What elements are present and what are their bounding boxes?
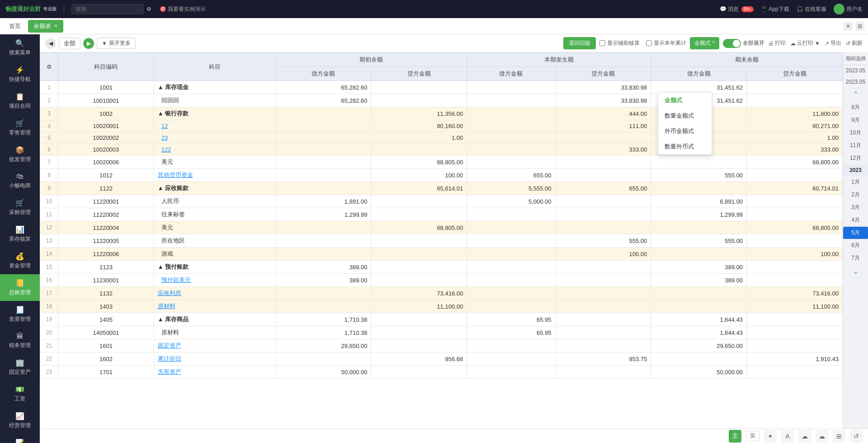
sidebar-item-salary[interactable]: 💵 工资 xyxy=(0,381,40,407)
status-btn-star[interactable]: ✦ xyxy=(764,430,777,443)
sidebar-item-purchase[interactable]: 🛒 采购管理 xyxy=(0,194,40,221)
dropdown-item-qty-amount[interactable]: 数量金额式 xyxy=(658,108,712,124)
sidebar-item-ecommerce[interactable]: 🛍 小畅电商 xyxy=(0,168,40,194)
notification-btn[interactable]: 💬 消息 99+ xyxy=(720,5,754,13)
row-num-cell: 15 xyxy=(40,261,58,274)
dropdown-item-foreign-amount[interactable]: 外币金额式 xyxy=(658,124,712,139)
sidebar-item-retail[interactable]: 🛒 零售管理 xyxy=(0,114,40,141)
subject-cell[interactable]: 无形资产 xyxy=(154,366,275,379)
date-9[interactable]: 9月 xyxy=(843,114,868,127)
subject-cell[interactable]: 预付款美元 xyxy=(154,274,275,287)
opening-col-header: 期初余额 xyxy=(275,53,467,67)
op_debit-cell: 65,282.60 xyxy=(275,81,371,94)
cl_debit-cell: 555.00 xyxy=(651,169,747,182)
date-11[interactable]: 11月 xyxy=(843,139,868,152)
date-6[interactable]: 6月 xyxy=(843,239,868,252)
cur_debit-cell xyxy=(467,300,555,313)
sidebar-item-tax[interactable]: 🏛 税务管理 xyxy=(0,328,40,354)
nav-next-btn[interactable]: ▶ xyxy=(83,38,94,49)
subject-cell[interactable]: 其他货币资金 xyxy=(154,169,275,182)
status-btn-edit[interactable]: A xyxy=(781,430,794,443)
settings-col-header[interactable]: ⚙ xyxy=(40,53,58,81)
nav-prev-btn[interactable]: ◀ xyxy=(45,38,56,49)
app-download-btn[interactable]: 📱 App下载 xyxy=(761,5,789,13)
sidebar-item-wholesale[interactable]: 📦 批发管理 xyxy=(0,141,40,168)
language-btn[interactable]: 英 xyxy=(746,431,760,441)
code-cell: 10020002 xyxy=(58,132,154,144)
date-4[interactable]: 4月 xyxy=(843,214,868,227)
tab-close-btn[interactable]: ✕ xyxy=(844,22,853,31)
sidebar-item-project[interactable]: 📋 项目合同 xyxy=(0,88,40,114)
date-up-arrow[interactable]: ⌃ xyxy=(843,88,868,101)
status-btn-grid[interactable]: ⊞ xyxy=(833,430,845,443)
export-btn[interactable]: ↗ 导出 xyxy=(825,39,841,47)
cl_credit-cell xyxy=(747,208,843,221)
date-2023-05-end[interactable]: 2023.05 xyxy=(843,76,868,88)
subject-cell[interactable]: 原材料 xyxy=(154,300,275,313)
print-btn[interactable]: 🖨 打印 xyxy=(768,39,786,47)
cloud-print-btn[interactable]: ☁ 云打印 ▼ xyxy=(790,39,820,47)
show-assist-check[interactable]: 显示辅助核算 xyxy=(599,39,640,47)
op_credit-cell xyxy=(371,81,467,94)
tab-home[interactable]: 首页 xyxy=(4,20,26,33)
date-12[interactable]: 12月 xyxy=(843,152,868,165)
status-btn-cloud1[interactable]: ☁ xyxy=(798,430,811,443)
code-cell: 1001 xyxy=(58,81,154,94)
date-3[interactable]: 3月 xyxy=(843,201,868,214)
user-avatar[interactable]: 用户名 xyxy=(834,4,863,14)
cl_credit-cell xyxy=(747,366,843,379)
sidebar-item-invoice[interactable]: 🧾 发票管理 xyxy=(0,301,40,328)
cur_credit-cell xyxy=(555,313,651,326)
subject-cell[interactable]: 固定资产 xyxy=(154,339,275,352)
dropdown-item-qty-foreign[interactable]: 数量外币式 xyxy=(658,139,712,154)
date-year-2023[interactable]: 2023 xyxy=(843,165,868,176)
sidebar-item-expenses[interactable]: 📝 小畅报销 xyxy=(0,434,40,443)
expand-toggle[interactable] xyxy=(723,39,741,48)
demo-link[interactable]: 🎯 我要看实例演示 xyxy=(160,5,206,13)
date-5[interactable]: 5月 xyxy=(843,227,868,239)
date-10[interactable]: 10月 xyxy=(843,127,868,139)
return-old-version-btn[interactable]: 退回旧版 xyxy=(563,37,596,49)
subject-cell[interactable]: 累计折旧 xyxy=(154,352,275,366)
style-dropdown-btn[interactable]: 金额式 ^ xyxy=(690,37,719,49)
date-7[interactable]: 7月 xyxy=(843,252,868,265)
sidebar-item-assets[interactable]: 🏢 固定资产 xyxy=(0,354,40,381)
tab-balance-sheet[interactable]: 余额表 ✕ xyxy=(28,20,63,33)
cur_debit-cell: 5,555.00 xyxy=(467,182,555,195)
expand-all-btn[interactable]: 全部展开 xyxy=(723,39,764,48)
sidebar-item-search[interactable]: 🔍 搜索菜单 xyxy=(0,34,40,61)
project-icon: 📋 xyxy=(15,92,24,101)
date-1[interactable]: 1月 xyxy=(843,176,868,189)
sidebar-item-operations[interactable]: 📈 经营管理 xyxy=(0,407,40,434)
subject-cell: 人民币 xyxy=(154,195,275,208)
settings-icon[interactable]: ⚙ xyxy=(146,6,151,12)
date-2023-05-start[interactable]: 2023.05 xyxy=(843,65,868,76)
sidebar-item-quick[interactable]: ⚡ 快捷导航 xyxy=(0,61,40,88)
status-btn-main[interactable]: 主 xyxy=(729,430,741,443)
subject-cell[interactable]: 122 xyxy=(154,144,275,156)
tab-close-icon[interactable]: ✕ xyxy=(54,23,58,29)
top-search-input[interactable] xyxy=(71,4,144,14)
sidebar-item-inventory[interactable]: 📊 库存核算 xyxy=(0,221,40,248)
refresh-btn[interactable]: ↺ 刷新 xyxy=(846,39,863,47)
date-8[interactable]: 8月 xyxy=(843,101,868,114)
op_debit-cell xyxy=(275,300,371,313)
subject-cell[interactable]: 应收利息 xyxy=(154,287,275,300)
status-btn-cloud2[interactable]: ☁ xyxy=(816,430,828,443)
sidebar-item-ledger[interactable]: 📒 总账管理 xyxy=(0,274,40,301)
dropdown-item-amount[interactable]: 金额式 xyxy=(658,93,712,108)
tab-maximize-btn[interactable]: ⊞ xyxy=(855,22,864,31)
online-service-btn[interactable]: 🎧 在线客服 xyxy=(797,5,826,13)
code-cell: 1403 xyxy=(58,300,154,313)
header-right: 💬 消息 99+ 📱 App下载 🎧 在线客服 用户名 xyxy=(720,4,863,14)
show-year-check[interactable]: 显示本年累计 xyxy=(646,39,686,47)
expand-more-btn[interactable]: ▼ 展开更多 xyxy=(97,38,136,49)
status-btn-refresh[interactable]: ↺ xyxy=(850,430,863,443)
date-2[interactable]: 2月 xyxy=(843,189,868,201)
sidebar-item-funds[interactable]: 💰 资金管理 xyxy=(0,248,40,274)
subject-cell[interactable]: 12 xyxy=(154,120,275,132)
date-down-arrow[interactable]: ⌄ xyxy=(843,265,868,278)
subject-cell: 美元 xyxy=(154,156,275,169)
subject-cell[interactable]: 23 xyxy=(154,132,275,144)
table-wrapper: ⚙ 科目编码 科目 期初余额 本期发生额 期末余额 借方金额 贷方金额 借方金额… xyxy=(40,52,843,429)
